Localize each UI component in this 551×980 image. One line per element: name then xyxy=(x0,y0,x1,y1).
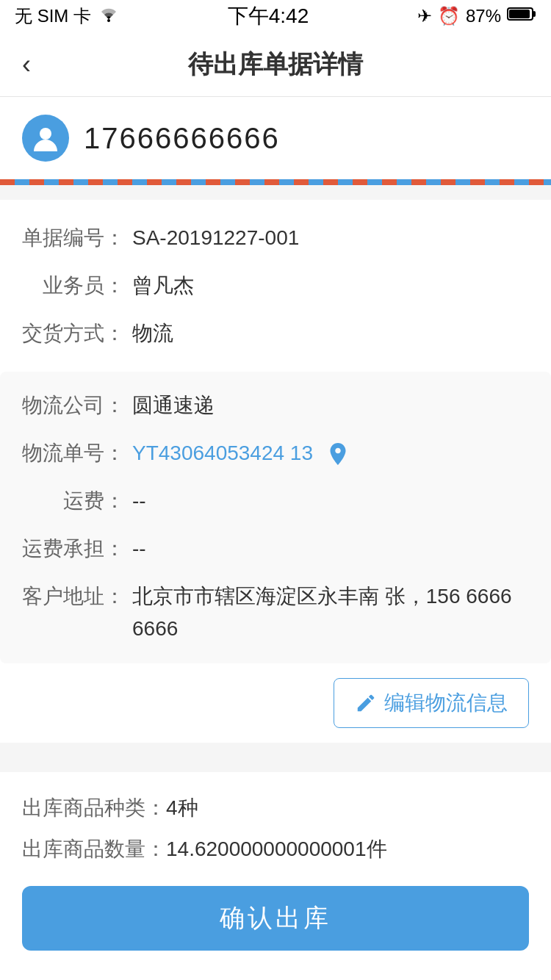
section-divider-1 xyxy=(0,743,551,757)
svg-rect-3 xyxy=(509,10,530,18)
sales-rep-value: 曾凡杰 xyxy=(125,270,529,303)
svg-point-0 xyxy=(107,19,110,22)
battery-icon xyxy=(507,6,536,26)
edit-icon xyxy=(355,692,377,714)
basic-info-section: 单据编号： SA-20191227-001 业务员： 曾凡杰 交货方式： 物流 xyxy=(0,200,551,372)
freight-label: 运费： xyxy=(22,485,125,518)
edit-logistics-btn-row: 编辑物流信息 xyxy=(0,663,551,743)
status-right: ✈ ⏰ 87% xyxy=(417,6,536,26)
delivery-method-value: 物流 xyxy=(125,317,529,350)
document-no-label: 单据编号： xyxy=(22,222,125,255)
customer-address-label: 客户地址： xyxy=(22,580,125,613)
delivery-method-label: 交货方式： xyxy=(22,317,125,350)
product-type-value: 4种 xyxy=(166,794,198,822)
logistics-company-row: 物流公司： 圆通速递 xyxy=(22,389,529,422)
confirm-outbound-button[interactable]: 确认出库 xyxy=(22,886,529,951)
phone-header-section: 17666666666 xyxy=(0,97,551,179)
product-quantity-row: 出库商品数量： 14.620000000000001件 xyxy=(22,835,529,863)
confirm-btn-wrap: 确认出库 xyxy=(0,871,551,980)
freight-bearer-label: 运费承担： xyxy=(22,533,125,566)
back-button[interactable]: ‹ xyxy=(22,49,31,80)
delivery-method-row: 交货方式： 物流 xyxy=(22,317,529,350)
customer-address-value: 北京市市辖区海淀区永丰南 张，156 6666 6666 xyxy=(125,580,529,646)
status-bar: 无 SIM 卡 下午4:42 ✈ ⏰ 87% xyxy=(0,0,551,32)
svg-rect-2 xyxy=(533,11,536,17)
tracking-no-row: 物流单号： YT43064053424 13 xyxy=(22,437,529,470)
logistics-info-box: 物流公司： 圆通速递 物流单号： YT43064053424 13 运费： --… xyxy=(0,372,551,663)
phone-number: 17666666666 xyxy=(84,122,280,155)
freight-bearer-row: 运费承担： -- xyxy=(22,533,529,566)
edit-logistics-button[interactable]: 编辑物流信息 xyxy=(334,678,529,728)
logistics-company-value: 圆通速递 xyxy=(125,389,529,422)
avatar xyxy=(22,115,69,162)
freight-value: -- xyxy=(125,485,529,518)
product-type-row: 出库商品种类： 4种 xyxy=(22,794,529,822)
status-time: 下午4:42 xyxy=(228,2,309,30)
battery-text: 87% xyxy=(466,6,501,26)
alarm-icon: ⏰ xyxy=(438,6,460,26)
dashed-divider xyxy=(0,179,551,185)
location-status-icon: ✈ xyxy=(417,6,432,26)
document-no-row: 单据编号： SA-20191227-001 xyxy=(22,222,529,255)
map-pin-icon[interactable] xyxy=(325,441,351,467)
status-left: 无 SIM 卡 xyxy=(15,4,119,28)
page-title: 待出库单据详情 xyxy=(188,48,363,82)
carrier-text: 无 SIM 卡 xyxy=(15,4,91,28)
customer-address-row: 客户地址： 北京市市辖区海淀区永丰南 张，156 6666 6666 xyxy=(22,580,529,646)
product-quantity-value: 14.620000000000001件 xyxy=(166,835,387,863)
sales-rep-row: 业务员： 曾凡杰 xyxy=(22,270,529,303)
freight-row: 运费： -- xyxy=(22,485,529,518)
logistics-company-label: 物流公司： xyxy=(22,389,125,422)
svg-point-4 xyxy=(40,128,51,140)
tracking-no-value: YT43064053424 13 xyxy=(125,437,529,470)
product-quantity-label: 出库商品数量： xyxy=(22,835,166,863)
edit-logistics-label: 编辑物流信息 xyxy=(384,689,508,717)
logistics-section: 物流公司： 圆通速递 物流单号： YT43064053424 13 运费： --… xyxy=(0,372,551,743)
document-no-value: SA-20191227-001 xyxy=(125,222,529,255)
freight-bearer-value: -- xyxy=(125,533,529,566)
wifi-icon xyxy=(98,6,119,26)
tracking-no-label: 物流单号： xyxy=(22,437,125,470)
nav-bar: ‹ 待出库单据详情 xyxy=(0,32,551,97)
sales-rep-label: 业务员： xyxy=(22,270,125,303)
product-type-label: 出库商品种类： xyxy=(22,794,166,822)
